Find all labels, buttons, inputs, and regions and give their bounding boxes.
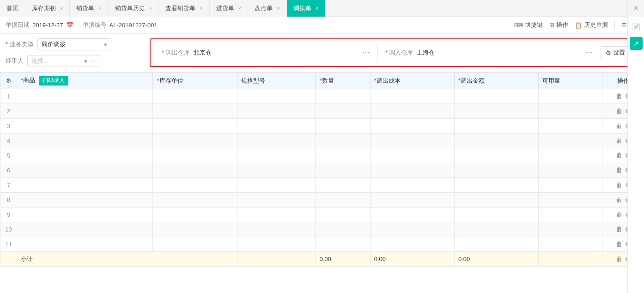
available-cell[interactable] bbox=[539, 222, 602, 237]
spec-cell[interactable] bbox=[237, 222, 316, 237]
cost-cell[interactable] bbox=[370, 208, 454, 222]
cost-cell[interactable] bbox=[370, 163, 454, 178]
tab-inventory-open[interactable]: 库存期初 × bbox=[25, 0, 70, 17]
available-cell[interactable] bbox=[539, 237, 602, 252]
spec-cell[interactable] bbox=[237, 178, 316, 193]
history-button[interactable]: 📋 历史单据 bbox=[575, 21, 608, 29]
sidebar-export-button[interactable]: ↗ bbox=[630, 37, 643, 50]
delete-icon[interactable]: 🗑 bbox=[616, 240, 622, 248]
window-close-button[interactable]: × bbox=[627, 0, 644, 17]
available-cell[interactable] bbox=[539, 104, 602, 119]
spec-cell[interactable] bbox=[237, 119, 316, 134]
amount-cell[interactable] bbox=[454, 119, 538, 134]
product-cell[interactable] bbox=[17, 163, 153, 178]
unit-cell[interactable] bbox=[153, 178, 237, 193]
delete-icon[interactable]: 🗑 bbox=[616, 211, 622, 218]
layout-icon-1[interactable]: ☰ bbox=[621, 22, 627, 29]
available-cell[interactable] bbox=[539, 193, 602, 208]
warehouse-in-more-icon[interactable]: ··· bbox=[586, 49, 593, 57]
delete-icon[interactable]: 🗑 bbox=[616, 255, 622, 262]
available-cell[interactable] bbox=[539, 119, 602, 134]
product-cell[interactable] bbox=[17, 134, 153, 148]
cost-cell[interactable] bbox=[370, 119, 454, 134]
amount-cell[interactable] bbox=[454, 104, 538, 119]
product-cell[interactable] bbox=[17, 208, 153, 222]
tab-sales-history[interactable]: 销货单历史 × bbox=[109, 0, 159, 17]
tab-sales-order[interactable]: 销货单 × bbox=[70, 0, 108, 17]
qty-cell[interactable] bbox=[316, 237, 370, 252]
unit-cell[interactable] bbox=[153, 237, 237, 252]
cost-cell[interactable] bbox=[370, 222, 454, 237]
unit-cell[interactable] bbox=[153, 104, 237, 119]
qty-cell[interactable] bbox=[316, 119, 370, 134]
more-icon[interactable]: ··· bbox=[91, 57, 97, 65]
unit-cell[interactable] bbox=[153, 119, 237, 134]
amount-cell[interactable] bbox=[454, 89, 538, 104]
available-cell[interactable] bbox=[539, 89, 602, 104]
calendar-icon[interactable]: 📅 bbox=[66, 22, 73, 29]
delete-icon[interactable]: 🗑 bbox=[616, 166, 622, 174]
spec-cell[interactable] bbox=[237, 208, 316, 222]
tab-home[interactable]: 首页 bbox=[0, 0, 25, 17]
product-cell[interactable] bbox=[17, 89, 153, 104]
spec-cell[interactable] bbox=[237, 193, 316, 208]
warehouse-out-more-icon[interactable]: ··· bbox=[362, 49, 370, 57]
handler-select[interactable]: 选择... ▾ ··· bbox=[27, 55, 101, 67]
available-cell[interactable] bbox=[539, 178, 602, 193]
delete-icon[interactable]: 🗑 bbox=[616, 137, 622, 144]
spec-cell[interactable] bbox=[237, 89, 316, 104]
cost-cell[interactable] bbox=[370, 89, 454, 104]
product-cell[interactable] bbox=[17, 222, 153, 237]
spec-cell[interactable] bbox=[237, 163, 316, 178]
unit-cell[interactable] bbox=[153, 148, 237, 163]
unit-cell[interactable] bbox=[153, 222, 237, 237]
close-icon[interactable]: × bbox=[316, 6, 318, 11]
cost-cell[interactable] bbox=[370, 104, 454, 119]
spec-cell[interactable] bbox=[237, 237, 316, 252]
product-cell[interactable] bbox=[17, 104, 153, 119]
qty-cell[interactable] bbox=[316, 163, 370, 178]
amount-cell[interactable] bbox=[454, 178, 538, 193]
tab-purchase[interactable]: 进货单 × bbox=[210, 0, 248, 17]
qty-cell[interactable] bbox=[316, 89, 370, 104]
cost-cell[interactable] bbox=[370, 148, 454, 163]
spec-cell[interactable] bbox=[237, 148, 316, 163]
delete-icon[interactable]: 🗑 bbox=[616, 107, 622, 115]
amount-cell[interactable] bbox=[454, 222, 538, 237]
unit-cell[interactable] bbox=[153, 163, 237, 178]
amount-cell[interactable] bbox=[454, 163, 538, 178]
qty-cell[interactable] bbox=[316, 104, 370, 119]
cost-cell[interactable] bbox=[370, 178, 454, 193]
unit-cell[interactable] bbox=[153, 193, 237, 208]
amount-cell[interactable] bbox=[454, 237, 538, 252]
tab-view-sales[interactable]: 查看销货单 × bbox=[159, 0, 209, 17]
available-cell[interactable] bbox=[539, 134, 602, 148]
delete-icon[interactable]: 🗑 bbox=[616, 226, 622, 233]
biz-type-select[interactable]: 同价调拨 ▾ bbox=[37, 38, 111, 50]
close-icon[interactable]: × bbox=[200, 6, 202, 11]
cost-cell[interactable] bbox=[370, 193, 454, 208]
unit-cell[interactable] bbox=[153, 134, 237, 148]
operations-button[interactable]: ⊞ 操作 bbox=[549, 21, 568, 29]
gear-icon[interactable]: ⚙ bbox=[6, 77, 12, 84]
close-icon[interactable]: × bbox=[60, 6, 63, 11]
delete-icon[interactable]: 🗑 bbox=[616, 152, 622, 159]
amount-cell[interactable] bbox=[454, 208, 538, 222]
unit-cell[interactable] bbox=[153, 89, 237, 104]
spec-cell[interactable] bbox=[237, 104, 316, 119]
available-cell[interactable] bbox=[539, 148, 602, 163]
close-icon[interactable]: × bbox=[98, 6, 101, 11]
amount-cell[interactable] bbox=[454, 134, 538, 148]
available-cell[interactable] bbox=[539, 163, 602, 178]
delete-icon[interactable]: 🗑 bbox=[616, 196, 622, 203]
tab-transfer[interactable]: 调拨单 × bbox=[287, 0, 325, 17]
qty-cell[interactable] bbox=[316, 148, 370, 163]
delete-icon[interactable]: 🗑 bbox=[616, 181, 622, 189]
qty-cell[interactable] bbox=[316, 178, 370, 193]
th-settings[interactable]: ⚙ bbox=[0, 73, 17, 89]
sidebar-note-button[interactable]: 📄 bbox=[630, 20, 643, 33]
available-cell[interactable] bbox=[539, 208, 602, 222]
product-cell[interactable] bbox=[17, 119, 153, 134]
scan-button[interactable]: 扫码录入 bbox=[39, 76, 68, 85]
close-icon[interactable]: × bbox=[277, 6, 279, 11]
